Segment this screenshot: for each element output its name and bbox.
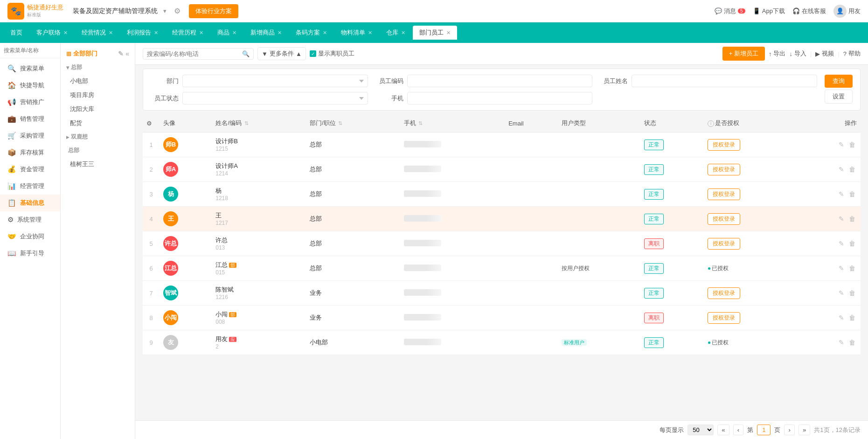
add-employee-button[interactable]: + 新增员工 [722, 47, 765, 61]
delete-button[interactable]: 🗑 [849, 289, 855, 297]
sidebar-item-search[interactable]: 🔍搜索菜单 [0, 60, 60, 77]
gear-icon[interactable]: ⚙ [174, 7, 181, 15]
dept-collapse-icon[interactable]: « [125, 50, 129, 57]
edit-button[interactable]: ✎ [839, 190, 844, 198]
edit-button[interactable]: ✎ [839, 215, 844, 223]
filter-phone-input[interactable] [407, 92, 593, 105]
tab-warehouse[interactable]: 仓库✕ [380, 26, 412, 40]
next-page-button[interactable]: › [784, 425, 794, 435]
close-icon[interactable]: ✕ [278, 30, 282, 36]
delete-button[interactable]: 🗑 [849, 314, 855, 321]
delete-button[interactable]: 🗑 [849, 190, 855, 198]
app-download-button[interactable]: 📱 App下载 [753, 7, 785, 15]
delete-button[interactable]: 🗑 [849, 240, 855, 247]
first-page-button[interactable]: « [717, 425, 729, 435]
delete-button[interactable]: 🗑 [849, 166, 855, 173]
sidebar-item-quicknav[interactable]: 🏠快捷导航 [0, 77, 60, 94]
auth-login-button[interactable]: 授权登录 [708, 312, 740, 324]
delete-button[interactable]: 🗑 [849, 141, 855, 148]
edit-button[interactable]: ✎ [839, 240, 844, 247]
sidebar-item-inventory[interactable]: 📦库存核算 [0, 144, 60, 161]
tab-home[interactable]: 首页 [4, 26, 29, 40]
dept-group-shuangluxiang[interactable]: ▸ 双鹿想 [61, 130, 135, 144]
sidebar-item-finance[interactable]: 💰资金管理 [0, 161, 60, 178]
delete-button[interactable]: 🗑 [849, 215, 855, 223]
edit-button[interactable]: ✎ [839, 141, 844, 148]
auth-login-button[interactable]: 授权登录 [708, 188, 740, 200]
tab-new-goods[interactable]: 新增商品✕ [244, 26, 288, 40]
prev-page-button[interactable]: ‹ [733, 425, 743, 435]
edit-button[interactable]: ✎ [839, 314, 844, 321]
edit-button[interactable]: ✎ [839, 166, 844, 173]
sidebar-item-operations[interactable]: 📊经营管理 [0, 178, 60, 195]
dept-group-zongbu[interactable]: ▾ 总部 [61, 61, 135, 74]
tab-history[interactable]: 经营历程✕ [166, 26, 210, 40]
filter-dept-select[interactable] [182, 75, 368, 87]
close-icon[interactable]: ✕ [232, 30, 236, 36]
dept-item-peihuo[interactable]: 配货 [61, 116, 135, 130]
export-button[interactable]: ↑ 导出 [769, 49, 786, 58]
sidebar-item-purchase[interactable]: 🛒采购管理 [0, 127, 60, 144]
dept-group-zongbu2[interactable]: 总部 [61, 144, 135, 157]
sidebar-item-sales[interactable]: 💼销售管理 [0, 111, 60, 127]
tab-customer[interactable]: 客户联络✕ [30, 26, 74, 40]
user-menu[interactable]: 👤 用友 [833, 5, 861, 18]
filter-code-input[interactable] [407, 75, 593, 87]
edit-button[interactable]: ✎ [839, 265, 844, 272]
close-icon[interactable]: ✕ [199, 30, 203, 36]
auth-login-button[interactable]: 授权登录 [708, 164, 740, 175]
page-size-select[interactable]: 50100 [687, 425, 714, 435]
sidebar-item-guide[interactable]: 📖新手引导 [0, 245, 60, 262]
edit-button[interactable]: ✎ [839, 289, 844, 297]
close-icon[interactable]: ✕ [109, 30, 113, 36]
more-conditions-button[interactable]: ▼ 更多条件 ▲ [257, 47, 306, 60]
sidebar-item-basic[interactable]: 📋基础信息 [0, 195, 60, 211]
filter-name-input[interactable] [632, 75, 817, 87]
delete-button[interactable]: 🗑 [849, 339, 855, 346]
close-icon[interactable]: ✕ [63, 30, 68, 36]
title-dropdown-icon[interactable]: ▾ [163, 7, 167, 14]
tab-goods[interactable]: 商品✕ [211, 26, 243, 40]
edit-button[interactable]: ✎ [839, 339, 844, 346]
filter-status-select[interactable] [182, 92, 368, 105]
dept-item-shenyang[interactable]: 沈阳大库 [61, 102, 135, 116]
sidebar-item-collab[interactable]: 🤝企业协同 [0, 228, 60, 245]
dept-add-icon[interactable]: ✎ [118, 50, 124, 57]
dept-item-xiaodibu[interactable]: 小电部 [61, 74, 135, 88]
query-button[interactable]: 查询 [825, 75, 853, 88]
search-input[interactable] [147, 50, 240, 57]
sidebar-search-input[interactable] [4, 47, 61, 54]
auth-login-button[interactable]: 授权登录 [708, 287, 740, 299]
auth-login-button[interactable]: 授权登录 [708, 238, 740, 250]
delete-button[interactable]: 🗑 [849, 265, 855, 272]
set-button[interactable]: 设置 [825, 90, 853, 104]
tab-profit[interactable]: 利润报告✕ [120, 26, 165, 40]
sidebar-item-system[interactable]: ⚙系统管理 [0, 211, 60, 228]
sort-phone-icon[interactable]: ⇅ [418, 120, 423, 126]
col-settings[interactable]: ⚙ [143, 114, 160, 132]
help-button[interactable]: ? 帮助 [843, 49, 861, 58]
sidebar-item-marketing[interactable]: 📢营销推广 [0, 94, 60, 111]
dept-item-xiangmu[interactable]: 项目库房 [61, 88, 135, 102]
auth-login-button[interactable]: 授权登录 [708, 213, 740, 225]
support-button[interactable]: 🎧 在线客服 [792, 7, 826, 15]
view-button[interactable]: ▶ 视频 [815, 49, 834, 58]
close-icon[interactable]: ✕ [154, 30, 158, 36]
auth-login-button[interactable]: 授权登录 [708, 139, 740, 151]
close-icon[interactable]: ✕ [446, 30, 451, 36]
import-button[interactable]: ↓ 导入 [789, 49, 806, 58]
tab-department[interactable]: 部门员工✕ [413, 26, 457, 40]
close-icon[interactable]: ✕ [368, 30, 372, 36]
show-resigned-checkbox[interactable]: ✓ 显示离职员工 [310, 49, 354, 58]
tab-barcode[interactable]: 条码方案✕ [289, 26, 333, 40]
sort-dept-icon[interactable]: ⇅ [338, 120, 342, 126]
last-page-button[interactable]: » [799, 425, 810, 435]
tab-bom[interactable]: 物料清单✕ [334, 26, 379, 40]
tab-operation[interactable]: 经营情况✕ [75, 26, 119, 40]
try-industry-button[interactable]: 体验行业方案 [189, 4, 238, 18]
message-button[interactable]: 💬 消息 5 [715, 7, 745, 15]
sort-name-icon[interactable]: ⇅ [244, 120, 249, 126]
dept-item-zhishu[interactable]: 植树王三 [61, 157, 135, 171]
close-icon[interactable]: ✕ [323, 30, 327, 36]
close-icon[interactable]: ✕ [401, 30, 405, 36]
